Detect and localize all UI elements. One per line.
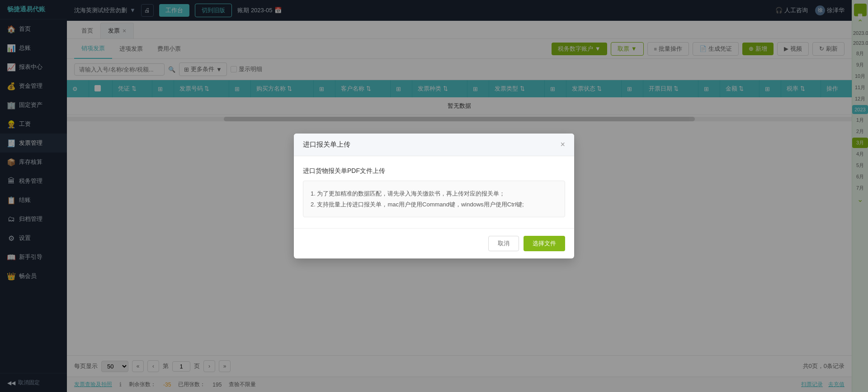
dialog-close-button[interactable]: ×: [560, 140, 565, 149]
dialog-header: 进口报关单上传 ×: [294, 134, 574, 156]
dialog-title: 进口报关单上传: [303, 140, 350, 149]
dialog-body: 进口货物报关单PDF文件上传 1. 为了更加精准的数据匹配，请先录入海关缴款书，…: [294, 156, 574, 228]
import-customs-dialog: 进口报关单上传 × 进口货物报关单PDF文件上传 1. 为了更加精准的数据匹配，…: [294, 134, 574, 258]
dialog-cancel-button[interactable]: 取消: [488, 236, 519, 251]
modal-overlay[interactable]: 进口报关单上传 × 进口货物报关单PDF文件上传 1. 为了更加精准的数据匹配，…: [0, 0, 868, 392]
dialog-section-title: 进口货物报关单PDF文件上传: [303, 167, 565, 175]
dialog-info-item-1: 1. 为了更加精准的数据匹配，请先录入海关缴款书，再上传对应的报关单；: [311, 188, 557, 199]
dialog-info-box: 1. 为了更加精准的数据匹配，请先录入海关缴款书，再上传对应的报关单； 2. 支…: [303, 181, 565, 217]
dialog-select-file-button[interactable]: 选择文件: [524, 236, 565, 251]
dialog-info-item-2: 2. 支持批量上传进口报关单，mac用户使用Command键，windows用户…: [311, 199, 557, 210]
dialog-footer: 取消 选择文件: [294, 228, 574, 258]
